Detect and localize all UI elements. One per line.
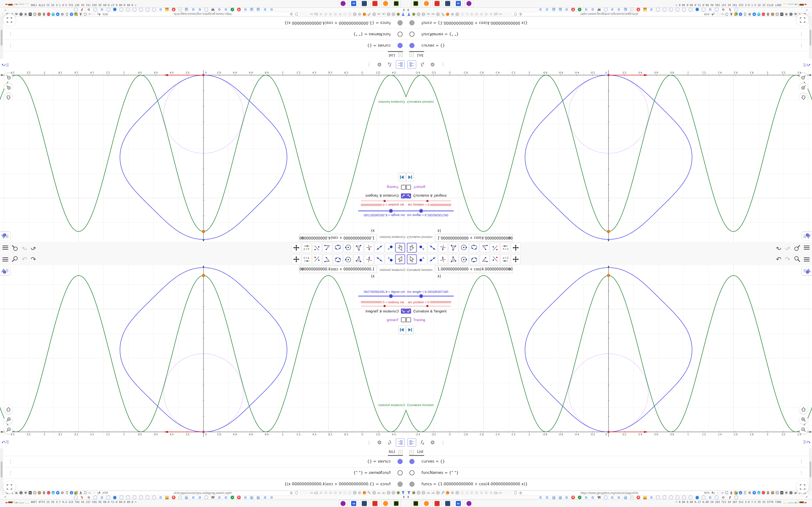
algebra-tree-view-button[interactable] — [407, 439, 416, 447]
folder-icon[interactable] — [494, 491, 498, 495]
play-button[interactable] — [406, 173, 414, 181]
pause-icon[interactable]: ‖ — [403, 495, 405, 499]
ring-icon[interactable] — [152, 7, 156, 12]
scrollbar[interactable] — [0, 17, 3, 59]
curvature-function-dropdown[interactable]: 1.000000000000 + cos(4.000000000000 x) ▼ — [299, 234, 377, 241]
wrench-icon[interactable] — [367, 12, 371, 16]
gear-icon[interactable]: ⚙ — [375, 60, 384, 68]
curvature-function-dropdown[interactable]: 1.000000000000 + cos(4.000000000000 x) ▼ — [299, 266, 377, 273]
ring-icon[interactable] — [204, 7, 208, 12]
scrollbar[interactable] — [809, 17, 812, 59]
funnel-icon[interactable] — [401, 491, 405, 495]
ring-icon[interactable] — [656, 495, 660, 500]
arc-position-slider[interactable] — [406, 201, 451, 201]
sphere-icon[interactable] — [558, 495, 562, 500]
visibility-marble[interactable] — [409, 459, 414, 464]
ring-icon[interactable] — [152, 495, 156, 500]
blue-icon[interactable] — [695, 495, 699, 500]
kebab-icon[interactable]: ⋮ — [807, 12, 811, 16]
zoom-in-icon[interactable] — [799, 83, 808, 92]
blue-icon[interactable] — [113, 7, 117, 12]
globe-dark-icon[interactable] — [789, 491, 793, 495]
tool-point[interactable]: A — [417, 243, 427, 252]
gearfav-icon[interactable]: ⚙ — [721, 495, 725, 500]
circ-icon[interactable] — [319, 12, 323, 16]
plus-blue-icon[interactable] — [752, 12, 756, 16]
scrollbar-thumb[interactable] — [810, 461, 811, 477]
globe-colorful-icon[interactable] — [38, 12, 41, 16]
tool-move[interactable] — [407, 255, 417, 264]
G-icon[interactable]: G — [217, 7, 221, 12]
sphere-icon[interactable] — [250, 495, 254, 500]
arc-position-slider[interactable] — [361, 201, 406, 201]
ring-icon[interactable] — [74, 7, 78, 12]
globe-icon[interactable] — [392, 491, 395, 495]
algebra-style-icon[interactable] — [1, 439, 9, 446]
tool-perpendicular-line[interactable] — [438, 255, 448, 264]
sphere-icon[interactable] — [558, 7, 562, 12]
gearfav-icon[interactable]: ⚙ — [87, 7, 91, 12]
translate-blue-icon[interactable]: A — [69, 491, 73, 495]
folder-icon[interactable] — [314, 12, 318, 16]
arc-position-slider[interactable] — [406, 306, 451, 306]
star-icon[interactable]: ☆ — [716, 12, 719, 16]
translate-icon[interactable]: A — [711, 491, 715, 495]
sphere-icon[interactable] — [552, 495, 556, 500]
globe-icon[interactable] — [455, 491, 459, 495]
play-button[interactable] — [398, 326, 406, 334]
box-icon[interactable] — [33, 491, 37, 495]
circ-icon[interactable] — [319, 491, 323, 495]
globe-colorful-icon[interactable] — [771, 491, 774, 495]
puzzle-icon[interactable] — [794, 12, 798, 16]
G-icon[interactable]: G — [100, 495, 104, 500]
rsq-icon[interactable] — [334, 491, 337, 495]
G-icon[interactable]: G — [191, 7, 195, 12]
ring-icon[interactable] — [682, 495, 686, 500]
ring-icon[interactable] — [675, 7, 679, 12]
G-icon[interactable]: G — [269, 495, 273, 500]
mouse-icon[interactable] — [65, 491, 69, 495]
fx-button[interactable]: fx — [418, 60, 426, 68]
chevron-up-icon[interactable]: ^ — [4, 8, 6, 12]
zoom-out-icon[interactable] — [4, 426, 13, 434]
ring-icon[interactable] — [662, 495, 666, 500]
gear-icon[interactable]: ⚙ — [428, 439, 437, 447]
search-icon[interactable] — [12, 244, 18, 251]
visibility-marble[interactable] — [398, 43, 403, 48]
W-icon[interactable]: W — [597, 495, 601, 500]
lock-icon[interactable] — [519, 491, 522, 496]
G-icon[interactable]: G — [610, 7, 614, 12]
pause-icon[interactable]: ‖ — [403, 8, 405, 12]
G-icon[interactable]: G — [584, 495, 588, 500]
circ-icon[interactable] — [329, 12, 333, 16]
back-icon[interactable]: ← — [309, 12, 313, 16]
arc-length-slider[interactable] — [406, 210, 454, 212]
G-icon[interactable]: G — [158, 495, 163, 500]
folder-icon[interactable] — [494, 12, 498, 16]
ghost-icon[interactable] — [343, 491, 347, 495]
tool-point[interactable]: A — [385, 243, 395, 252]
undo-icon[interactable]: ↶ — [31, 243, 36, 252]
olive-icon[interactable] — [396, 491, 400, 495]
ring-icon[interactable] — [139, 495, 143, 500]
G-icon[interactable]: G — [649, 495, 654, 500]
funnel-icon[interactable] — [407, 12, 411, 16]
graphics-stylebar-button[interactable] — [802, 267, 812, 275]
blue-icon[interactable] — [113, 495, 117, 500]
tool-point[interactable]: A — [417, 255, 427, 264]
fullscreen-icon[interactable] — [796, 481, 809, 493]
graphics-view[interactable]: -2.4-2.2-2-1.8-1.6-1.4-1.2-1-0.8-0.6-0.4… — [406, 70, 812, 242]
tool-polygon[interactable] — [354, 243, 363, 252]
tool-move-graphics-view[interactable] — [511, 243, 520, 252]
curvature-function-dropdown[interactable]: 1.000000000000 + cos(4.000000000000 x) ▼ — [435, 234, 513, 241]
visibility-marble[interactable] — [409, 482, 414, 487]
graphics-view[interactable]: -2.4-2.2-2-1.8-1.6-1.4-1.2-1-0.8-0.6-0.4… — [406, 265, 812, 437]
ring-icon[interactable] — [702, 7, 706, 12]
info-icon[interactable]: i — [178, 7, 182, 12]
visibility-marble[interactable] — [398, 20, 403, 25]
mouse-icon[interactable] — [743, 491, 747, 495]
rsq-icon[interactable] — [334, 12, 337, 16]
globe-icon[interactable] — [353, 12, 357, 16]
ring-icon[interactable] — [715, 495, 719, 500]
shield-gray-icon[interactable] — [784, 12, 788, 16]
